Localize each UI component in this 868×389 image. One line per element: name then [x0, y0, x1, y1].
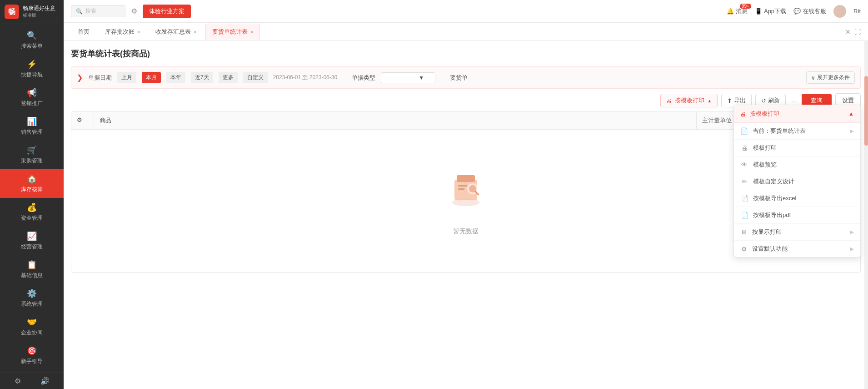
tab-receipt-summary[interactable]: 收发存汇总表 ×	[149, 24, 203, 40]
sidebar-item-guide-label: 新手引导	[21, 358, 43, 365]
filter-expand-icon[interactable]: ❯	[77, 73, 83, 82]
sidebar-item-enterprise[interactable]: 🤝 企业协同	[0, 313, 64, 341]
scrollbar-thumb	[864, 76, 868, 146]
app-download-label: App下载	[764, 7, 786, 15]
date-range: 2023-06-01 至 2023-06-30	[273, 74, 337, 81]
tab-inventory-batch-label: 库存批次账	[105, 28, 135, 36]
sidebar-item-search-label: 搜索菜单	[21, 42, 43, 50]
dropdown-current[interactable]: 📄 当前：要货单统计表 ▶	[734, 123, 860, 140]
svg-rect-2	[457, 175, 475, 182]
dropdown-template-pdf-label: 按模板导出pdf	[753, 211, 791, 219]
th-settings[interactable]: ⚙	[71, 112, 94, 129]
print-label: 按模板打印	[675, 96, 704, 105]
template-excel-icon: 📄	[740, 195, 748, 202]
search-nav-icon: 🔍	[27, 30, 37, 40]
sidebar-item-guide[interactable]: 🎯 新手引导	[0, 341, 64, 370]
tab-home-label: 首页	[78, 28, 90, 36]
sidebar-logo: 畅 畅康通好生意 标准版	[0, 0, 64, 24]
bell-icon: 🔔	[727, 8, 734, 15]
date-btn-custom[interactable]: 自定义	[243, 72, 268, 83]
content-area: 要货单统计表(按商品) ❯ 单据日期 上月 本月 本年 近7天 更多 自定义 2…	[64, 41, 868, 389]
dropdown-template-excel[interactable]: 📄 按模板导出excel	[734, 190, 860, 207]
tab-order-summary-label: 要货单统计表	[212, 28, 248, 36]
tab-close-all-icon[interactable]: ✕	[845, 28, 851, 35]
dropdown-template-preview[interactable]: 👁 模板预览	[734, 157, 860, 173]
dropdown-template-excel-label: 按模板导出excel	[753, 194, 796, 202]
dropdown-template-design[interactable]: ✏ 模板自定义设计	[734, 173, 860, 190]
print-btn[interactable]: 🖨 按模板打印 ▲	[660, 94, 718, 107]
sidebar-item-purchase-label: 采购管理	[21, 157, 43, 165]
avatar[interactable]	[833, 5, 846, 18]
sidebar-item-sales-label: 销售管理	[21, 128, 43, 136]
tab-home[interactable]: 首页	[71, 24, 96, 40]
type-select[interactable]: ▼	[381, 72, 435, 83]
display-print-icon: 🖥	[740, 228, 748, 236]
settings-icon[interactable]: ⚙	[15, 377, 21, 385]
trial-btn[interactable]: 体验行业方案	[143, 5, 191, 18]
sidebar-item-search[interactable]: 🔍 搜索菜单	[0, 26, 64, 55]
purchase-icon: 🛒	[27, 145, 37, 155]
dropdown-close-icon[interactable]: ▲	[848, 111, 854, 117]
sound-icon[interactable]: 🔊	[40, 377, 50, 385]
tab-order-summary-close[interactable]: ×	[250, 29, 253, 35]
topbar-gear-icon[interactable]: ⚙	[131, 7, 137, 15]
sidebar-item-app[interactable]: 📱 应用中心	[0, 370, 64, 373]
download-icon: 📱	[755, 8, 762, 15]
dropdown-template-pdf[interactable]: 📄 按模板导出pdf	[734, 207, 860, 224]
date-btn-prev[interactable]: 上月	[117, 72, 136, 83]
date-btn-week[interactable]: 近7天	[191, 72, 213, 83]
sidebar-item-sales[interactable]: 📊 销售管理	[0, 112, 64, 141]
sidebar-item-basic-label: 基础信息	[21, 272, 43, 279]
quick-nav-icon: ⚡	[27, 59, 37, 69]
topbar: 🔍 搜索 ⚙ 体验行业方案 🔔 消息 99+ 📱 App下载 💬 在线客服 Ri…	[64, 0, 868, 23]
sidebar-item-purchase[interactable]: 🛒 采购管理	[0, 141, 64, 169]
tab-order-summary[interactable]: 要货单统计表 ×	[205, 24, 260, 40]
dropdown-set-default[interactable]: ⚙ 设置默认功能 ▶	[734, 241, 860, 257]
sidebar-item-quick-nav[interactable]: ⚡ 快捷导航	[0, 55, 64, 83]
topbar-search[interactable]: 🔍 搜索	[71, 5, 125, 17]
dropdown-template-print[interactable]: 🖨 模板打印	[734, 140, 860, 157]
service-icon: 💬	[793, 8, 801, 15]
dropdown-display-print[interactable]: 🖥 按显示打印 ▶	[734, 224, 860, 241]
logo-badge: 标准版	[23, 12, 55, 19]
enterprise-icon: 🤝	[27, 317, 37, 327]
expand-more-btn[interactable]: ∨ 展开更多条件	[806, 71, 855, 84]
tab-inventory-batch-close[interactable]: ×	[137, 29, 140, 35]
date-label: 单据日期	[88, 74, 112, 82]
tab-expand-icon[interactable]: ⛶	[854, 28, 861, 35]
sidebar-item-operation[interactable]: 📈 经营管理	[0, 227, 64, 255]
sidebar-item-inventory[interactable]: 🏠 库存核算	[0, 169, 64, 198]
empty-icon	[443, 166, 489, 220]
operation-icon: 📈	[27, 231, 37, 241]
topbar-right: 🔔 消息 99+ 📱 App下载 💬 在线客服 Rit	[727, 5, 861, 18]
date-btn-current[interactable]: 本月	[142, 72, 161, 83]
notification-badge: 99+	[740, 4, 751, 9]
dropdown-title: 按模板打印	[750, 110, 779, 118]
sidebar-item-basic[interactable]: 📋 基础信息	[0, 255, 64, 284]
sidebar-item-inventory-label: 库存核算	[21, 186, 43, 193]
tab-inventory-batch[interactable]: 库存批次账 ×	[98, 24, 147, 40]
tab-receipt-summary-close[interactable]: ×	[194, 29, 196, 35]
sidebar-item-marketing[interactable]: 📢 营销推广	[0, 83, 64, 112]
sidebar-item-system[interactable]: ⚙️ 系统管理	[0, 284, 64, 313]
date-btn-more[interactable]: 更多	[219, 72, 238, 83]
template-print-icon: 🖨	[740, 144, 748, 152]
dropdown-template-preview-label: 模板预览	[753, 161, 777, 169]
finance-icon: 💰	[27, 202, 37, 212]
online-service-btn[interactable]: 💬 在线客服	[793, 7, 826, 15]
date-btn-year[interactable]: 本年	[166, 72, 185, 83]
user-name: Rit	[853, 8, 861, 15]
notification-btn[interactable]: 🔔 消息 99+	[727, 7, 748, 15]
marketing-icon: 📢	[27, 88, 37, 98]
tabs-bar: 首页 库存批次账 × 收发存汇总表 × 要货单统计表 × ✕ ⛶	[64, 23, 868, 41]
display-print-arrow: ▶	[850, 229, 854, 235]
app-download-btn[interactable]: 📱 App下载	[755, 7, 786, 15]
dropdown-header[interactable]: 🖨 按模板打印 ▲	[734, 105, 860, 123]
sidebar-item-finance[interactable]: 💰 资金管理	[0, 198, 64, 227]
dropdown-current-label: 当前：要货单统计表	[753, 127, 806, 135]
dropdown-template-design-label: 模板自定义设计	[753, 177, 794, 186]
type-select-arrow: ▼	[419, 75, 424, 81]
right-scrollbar[interactable]	[864, 41, 868, 389]
refresh-icon: ↺	[761, 97, 766, 104]
th-product: 商品	[94, 112, 697, 129]
